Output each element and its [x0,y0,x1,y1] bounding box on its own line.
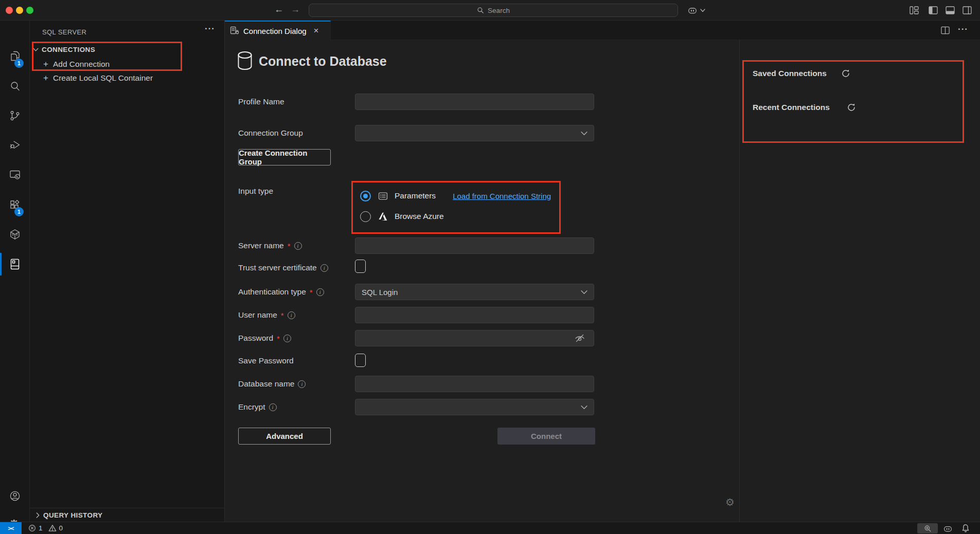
remote-indicator[interactable]: >< [0,522,22,534]
profile-name-input[interactable] [355,94,594,110]
customize-layout-icon[interactable] [909,6,919,15]
database-name-label: Database namei [238,376,306,392]
active-item-indicator [0,253,2,275]
profile-name-label: Profile Name [238,94,284,110]
copilot-icon[interactable] [687,5,698,15]
connections-section-header[interactable]: CONNECTIONS [33,43,225,57]
window-close-button[interactable] [6,7,13,14]
server-name-label: Server name*i [238,237,302,254]
database-name-input[interactable] [355,376,594,392]
window-minimize-button[interactable] [16,7,23,14]
input-type-azure-row: Browse Azure [360,209,561,224]
source-control-icon[interactable] [9,109,21,122]
errors-count: 1 [39,524,43,532]
connection-dialog-form: Connect to Database Profile Name Connect… [225,40,739,522]
required-marker: * [281,311,284,320]
toggle-secondary-sidebar-icon[interactable] [962,6,972,15]
zoom-indicator[interactable] [917,523,938,533]
create-connection-group-button[interactable]: Create Connection Group [238,149,331,165]
save-password-checkbox[interactable] [355,354,366,367]
connection-group-select[interactable] [355,125,594,141]
accounts-icon[interactable] [9,490,21,502]
problems-indicator[interactable]: 1 0 [28,522,63,534]
encrypt-label: Encrypti [238,399,277,415]
save-password-label: Save Password [238,353,294,369]
authentication-type-select[interactable]: SQL Login [355,284,594,300]
tree-item-label: Create Local SQL Container [53,73,153,83]
password-label: Password*i [238,330,291,346]
toggle-primary-sidebar-icon[interactable] [928,6,938,15]
info-icon[interactable]: i [283,335,291,342]
info-icon[interactable]: i [320,264,328,272]
sidebar-more-actions-icon[interactable]: ··· [205,24,215,34]
connect-button[interactable]: Connect [497,428,595,445]
chevron-down-icon [581,405,587,410]
notifications-bell-icon[interactable] [961,524,970,533]
copilot-status-icon[interactable] [943,524,953,533]
authentication-type-value: SQL Login [362,288,398,297]
advanced-button[interactable]: Advanced [238,428,331,445]
page-title: Connect to Database [259,54,387,69]
info-icon[interactable]: i [269,403,277,411]
chevron-down-icon [581,131,587,136]
containers-icon[interactable] [9,228,21,241]
split-editor-icon[interactable] [940,26,950,35]
search-command-center[interactable]: Search [309,4,678,17]
errors-icon [28,524,36,532]
form-settings-gear-icon[interactable]: ⚙ [725,497,735,507]
password-input[interactable] [355,330,594,346]
saved-connections-header: Saved Connections [753,69,827,78]
query-history-section-header[interactable]: QUERY HISTORY [30,508,225,522]
user-name-input[interactable] [355,307,594,323]
vscode-window: ← → Search 1 1 ⚙ SQL SERVER ··· [0,0,980,534]
search-sidebar-icon[interactable] [9,80,21,93]
warnings-count: 0 [59,524,63,532]
parameters-option-label[interactable]: Parameters [395,191,436,200]
tab-close-icon[interactable]: × [314,26,319,36]
recent-connections-header: Recent Connections [753,103,830,112]
required-marker: * [288,242,291,250]
required-marker: * [277,334,280,343]
tab-connection-dialog[interactable]: Connection Dialog × [225,21,331,40]
browse-azure-option-label[interactable]: Browse Azure [395,212,444,221]
explorer-badge: 1 [14,59,24,68]
navigate-back-icon[interactable]: ← [274,4,283,15]
sql-server-icon[interactable] [9,258,21,270]
remote-explorer-icon[interactable] [9,169,21,181]
azure-icon [378,212,388,222]
window-maximize-button[interactable] [26,7,33,14]
load-from-connection-string-link[interactable]: Load from Connection String [453,192,551,200]
connections-side-panel: Saved Connections Recent Connections [739,40,980,522]
zoom-in-icon [924,525,932,532]
parameters-radio[interactable] [360,191,371,201]
info-icon[interactable]: i [298,380,306,388]
info-icon[interactable]: i [316,288,324,296]
sidebar-item-add-connection[interactable]: + Add Connection [43,57,225,71]
editor-more-actions-icon[interactable]: ··· [958,24,968,34]
encrypt-select[interactable] [355,399,594,415]
info-icon[interactable]: i [288,311,295,319]
chevron-expanded-icon [33,48,39,52]
trust-server-certificate-checkbox[interactable] [355,260,366,273]
chevron-down-icon[interactable] [700,9,705,12]
toggle-password-visibility-icon[interactable] [574,333,585,344]
toggle-panel-icon[interactable] [945,6,955,15]
refresh-saved-connections-icon[interactable] [841,69,850,78]
tree-item-label: Add Connection [53,60,110,69]
primary-sidebar: SQL SERVER ··· CONNECTIONS + Add Connect… [30,21,225,522]
server-name-input[interactable] [355,237,594,254]
run-debug-icon[interactable] [9,139,21,151]
refresh-recent-connections-icon[interactable] [847,103,856,112]
required-marker: * [310,288,313,297]
connection-group-label: Connection Group [238,125,303,141]
sidebar-item-create-local-sql-container[interactable]: + Create Local SQL Container [43,71,225,85]
browse-azure-radio[interactable] [360,211,371,222]
input-type-label: Input type [238,183,273,199]
user-name-label: User name*i [238,307,295,323]
tab-label: Connection Dialog [243,27,307,35]
navigate-forward-icon[interactable]: → [291,4,300,15]
remote-icon: >< [8,525,14,531]
plus-icon: + [43,73,48,83]
info-icon[interactable]: i [294,242,302,250]
authentication-type-label: Authentication type*i [238,284,324,300]
